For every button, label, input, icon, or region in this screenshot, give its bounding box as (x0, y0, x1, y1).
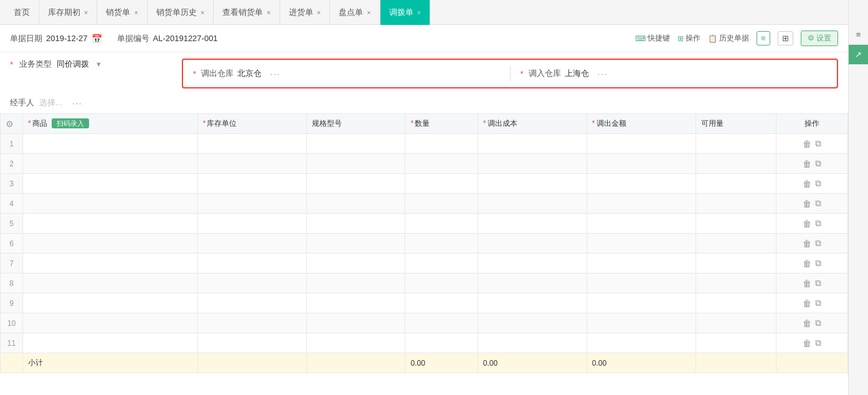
tab-home[interactable]: 首页 (5, 0, 39, 25)
copy-btn-7[interactable]: ⧉ (815, 258, 821, 269)
amount-cell-11 (587, 333, 696, 353)
grid-view-btn[interactable]: ⊞ (778, 31, 793, 45)
sidebar-list-btn[interactable]: ≡ (849, 25, 869, 45)
right-sidebar: ≡ ↗ (848, 0, 868, 395)
copy-btn-2[interactable]: ⧉ (815, 158, 821, 169)
table-body: 1 🗑 ⧉ 2 (1, 134, 848, 373)
tab-view-sales-close[interactable]: × (267, 9, 270, 16)
product-cell-5[interactable] (23, 214, 198, 234)
handler-label: 经手人 (10, 97, 34, 108)
tab-transfer-order-close[interactable]: × (417, 9, 421, 16)
delete-btn-5[interactable]: 🗑 (803, 219, 811, 229)
history-icon: 📋 (708, 34, 717, 43)
th-product: *商品 扫码录入 (23, 114, 198, 134)
tab-inventory-count[interactable]: 盘点单 × (330, 0, 380, 25)
delete-btn-7[interactable]: 🗑 (803, 259, 811, 269)
tab-inventory-count-close[interactable]: × (367, 9, 370, 16)
transfer-out-more-btn[interactable]: ··· (270, 69, 281, 79)
copy-btn-4[interactable]: ⧉ (815, 198, 821, 209)
product-cell-3[interactable] (23, 174, 198, 194)
copy-btn-10[interactable]: ⧉ (815, 318, 821, 328)
business-type-select[interactable]: 同价调拨 ▼ (57, 59, 144, 70)
amount-cell-10 (587, 313, 696, 333)
delete-btn-11[interactable]: 🗑 (803, 338, 811, 348)
unit-cell-11 (197, 333, 306, 353)
delete-btn-6[interactable]: 🗑 (803, 239, 811, 249)
copy-btn-6[interactable]: ⧉ (815, 238, 821, 249)
tab-sales-order-close[interactable]: × (134, 9, 138, 16)
th-action: 操作 (776, 114, 848, 134)
product-cell-1[interactable] (23, 134, 198, 154)
list-view-btn[interactable]: ≡ (757, 31, 770, 45)
tab-sales-order[interactable]: 销货单 × (97, 0, 147, 25)
product-cell-9[interactable] (23, 293, 198, 313)
handler-row: 经手人 选择... ··· (0, 95, 848, 113)
row-num-8: 8 (1, 274, 23, 293)
delete-btn-2[interactable]: 🗑 (803, 159, 811, 169)
table-row: 2 🗑 ⧉ (1, 154, 848, 174)
calendar-icon[interactable]: 📅 (92, 34, 102, 44)
operations-btn[interactable]: ⊞ 操作 (677, 33, 701, 44)
settings-button[interactable]: ⚙ 设置 (801, 31, 838, 46)
history-btn[interactable]: 📋 历史单据 (708, 33, 749, 44)
product-cell-8[interactable] (23, 274, 198, 293)
date-label: 单据日期 (10, 33, 42, 44)
transfer-out-value[interactable]: 北京仓 (237, 68, 262, 79)
tab-view-sales[interactable]: 查看销货单 × (214, 0, 280, 25)
spec-cell-11 (306, 333, 405, 353)
scan-entry-btn[interactable]: 扫码录入 (52, 118, 89, 128)
product-cell-4[interactable] (23, 194, 198, 214)
transfer-in-group: * 调入仓库 上海仓 ··· (521, 68, 828, 79)
tab-purchase-order-close[interactable]: × (317, 9, 321, 16)
subtotal-available (696, 353, 776, 373)
delete-btn-9[interactable]: 🗑 (803, 298, 811, 308)
product-cell-6[interactable] (23, 234, 198, 254)
delete-btn-4[interactable]: 🗑 (803, 199, 811, 209)
available-cell-1 (696, 134, 776, 154)
table-gear-icon[interactable]: ⚙ (6, 119, 14, 129)
delete-btn-10[interactable]: 🗑 (803, 318, 811, 328)
table-row: 5 🗑 ⧉ (1, 214, 848, 234)
transfer-in-value[interactable]: 上海仓 (565, 68, 589, 79)
number-group: 单据编号 AL-20191227-001 (117, 33, 218, 44)
product-cell-11[interactable] (23, 333, 198, 353)
tab-sales-history-close[interactable]: × (200, 9, 204, 16)
product-cell-7[interactable] (23, 254, 198, 274)
subtotal-action (776, 353, 848, 373)
copy-btn-5[interactable]: ⧉ (815, 218, 821, 229)
tab-sales-history[interactable]: 销货单历史 × (148, 0, 214, 25)
delete-btn-8[interactable]: 🗑 (803, 278, 811, 288)
th-qty: *数量 (405, 114, 478, 134)
copy-btn-1[interactable]: ⧉ (815, 138, 821, 149)
spec-cell-8 (306, 274, 405, 293)
copy-btn-3[interactable]: ⧉ (815, 178, 821, 189)
tab-inventory-init-close[interactable]: × (84, 9, 88, 16)
qty-cell-5 (405, 214, 478, 234)
qty-cell-2 (405, 154, 478, 174)
copy-btn-11[interactable]: ⧉ (815, 338, 821, 348)
cost-cell-1 (478, 134, 587, 154)
tab-purchase-order[interactable]: 进货单 × (280, 0, 330, 25)
delete-btn-3[interactable]: 🗑 (803, 179, 811, 189)
chevron-down-icon[interactable]: ▼ (95, 60, 102, 68)
spec-cell-7 (306, 254, 405, 274)
table-header-row: ⚙ *商品 扫码录入 *库存单位 规格型号 *数 (1, 114, 848, 134)
subtotal-label (1, 353, 23, 373)
transfer-out-label: 调出仓库 (201, 68, 234, 79)
amount-cell-7 (587, 254, 696, 274)
tab-transfer-order[interactable]: 调拨单 × (380, 0, 430, 25)
sidebar-export-btn[interactable]: ↗ (849, 45, 869, 65)
product-cell-10[interactable] (23, 313, 198, 333)
transfer-in-more-btn[interactable]: ··· (598, 69, 608, 79)
handler-select[interactable]: 选择... (39, 97, 62, 108)
product-cell-2[interactable] (23, 154, 198, 174)
copy-btn-8[interactable]: ⧉ (815, 278, 821, 288)
available-cell-11 (696, 333, 776, 353)
delete-btn-1[interactable]: 🗑 (803, 139, 811, 149)
tab-inventory-init[interactable]: 库存期初 × (39, 0, 97, 25)
date-value[interactable]: 2019-12-27 (46, 34, 88, 43)
handler-more-btn[interactable]: ··· (72, 98, 83, 108)
th-cost: *调出成本 (478, 114, 587, 134)
copy-btn-9[interactable]: ⧉ (815, 298, 821, 308)
shortcuts-btn[interactable]: ⌨ 快捷键 (635, 33, 670, 44)
